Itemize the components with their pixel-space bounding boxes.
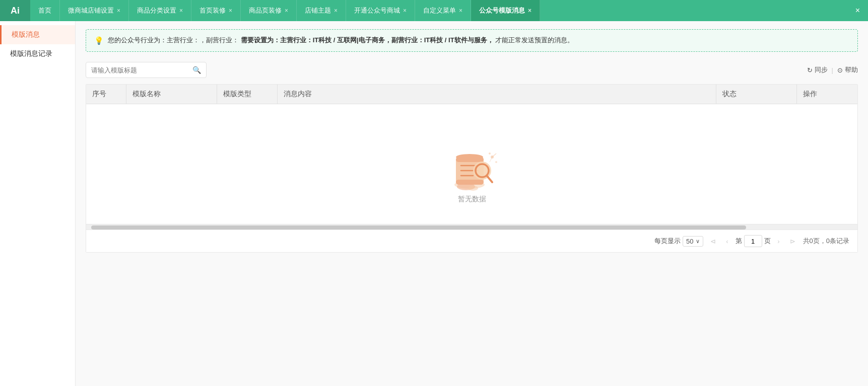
col-header-action: 操作 bbox=[797, 85, 857, 104]
sync-button[interactable]: ↻ 同步 bbox=[807, 65, 828, 74]
page-size-value: 50 bbox=[686, 238, 693, 245]
close-icon[interactable]: × bbox=[403, 7, 407, 14]
empty-state: 暂无数据 bbox=[86, 104, 857, 224]
nav-tab-label: 公众号模版消息 bbox=[479, 6, 525, 15]
sidebar-item-label: 模版消息记录 bbox=[10, 49, 52, 57]
pagination: 每页显示 50 ∨ ⊲ ‹ 第 页 › ⊳ bbox=[86, 230, 857, 252]
top-nav: Ai 首页 微商城店铺设置 × 商品分类设置 × 首页装修 × 商品页装修 × … bbox=[0, 0, 868, 21]
divider: | bbox=[832, 66, 833, 74]
page-size-select: 每页显示 50 ∨ bbox=[654, 236, 703, 247]
nav-tab-label: 店铺主题 bbox=[305, 6, 331, 15]
first-page-button[interactable]: ⊲ bbox=[707, 235, 719, 247]
nav-tab-label: 商品分类设置 bbox=[137, 6, 176, 15]
info-banner-text: 您的公众号行业为：主营行业：，副营行业： 需要设置为：主营行业：IT科技 / 互… bbox=[108, 36, 574, 45]
info-text-before: 您的公众号行业为：主营行业：，副营行业： bbox=[108, 36, 239, 44]
sidebar-item-template-msg[interactable]: 模版消息 bbox=[0, 25, 75, 44]
empty-text: 暂无数据 bbox=[458, 195, 486, 204]
col-header-type: 模版类型 bbox=[217, 85, 278, 104]
col-header-index: 序号 bbox=[86, 85, 126, 104]
svg-line-10 bbox=[487, 176, 492, 182]
nav-tab-home-deco[interactable]: 首页装修 × bbox=[191, 0, 241, 21]
close-icon[interactable]: × bbox=[179, 7, 183, 14]
nav-tab-label: 商品页装修 bbox=[249, 6, 282, 15]
sync-label: 同步 bbox=[815, 65, 828, 74]
nav-tab-custom-menu[interactable]: 自定义菜单 × bbox=[415, 0, 471, 21]
nav-tab-label: 开通公众号商城 bbox=[354, 6, 400, 15]
global-close-button[interactable]: × bbox=[847, 6, 868, 15]
info-banner: 💡 您的公众号行业为：主营行业：，副营行业： 需要设置为：主营行业：IT科技 /… bbox=[86, 29, 858, 52]
nav-tab-theme[interactable]: 店铺主题 × bbox=[297, 0, 346, 21]
next-page-button[interactable]: › bbox=[773, 235, 785, 247]
page-navigation: ⊲ ‹ 第 页 › ⊳ bbox=[707, 235, 799, 247]
search-input[interactable] bbox=[91, 66, 192, 74]
nav-tab-home[interactable]: 首页 bbox=[30, 0, 60, 21]
main-layout: 模版消息 模版消息记录 💡 您的公众号行业为：主营行业：，副营行业： 需要设置为… bbox=[0, 21, 868, 386]
close-icon[interactable]: × bbox=[117, 7, 120, 14]
sync-icon: ↻ bbox=[807, 66, 813, 74]
chevron-down-icon: ∨ bbox=[696, 238, 700, 245]
search-icon[interactable]: 🔍 bbox=[192, 66, 201, 74]
scrollbar-thumb[interactable] bbox=[91, 225, 746, 229]
svg-line-14 bbox=[492, 153, 496, 157]
help-icon: ⊙ bbox=[837, 66, 843, 74]
page-input-wrap bbox=[744, 235, 762, 247]
last-page-button[interactable]: ⊳ bbox=[787, 235, 799, 247]
search-input-wrap: 🔍 bbox=[86, 62, 207, 78]
close-icon[interactable]: × bbox=[334, 7, 338, 14]
help-label: 帮助 bbox=[845, 65, 858, 74]
close-icon[interactable]: × bbox=[229, 7, 232, 14]
sidebar: 模版消息 模版消息记录 bbox=[0, 21, 76, 386]
search-actions: ↻ 同步 | ⊙ 帮助 bbox=[807, 65, 858, 74]
content-area: 💡 您的公众号行业为：主营行业：，副营行业： 需要设置为：主营行业：IT科技 /… bbox=[76, 21, 868, 386]
close-icon[interactable]: × bbox=[528, 7, 531, 14]
close-icon[interactable]: × bbox=[285, 7, 288, 14]
nav-tab-product-deco[interactable]: 商品页装修 × bbox=[241, 0, 297, 21]
nav-tab-label: 自定义菜单 bbox=[423, 6, 456, 15]
nav-tab-label: 首页 bbox=[38, 6, 51, 15]
svg-point-17 bbox=[468, 186, 478, 191]
table-header: 序号 模版名称 模版类型 消息内容 状态 操作 bbox=[86, 85, 857, 104]
col-header-status: 状态 bbox=[716, 85, 797, 104]
sidebar-item-template-msg-records[interactable]: 模版消息记录 bbox=[0, 44, 75, 63]
info-text-highlight: 需要设置为：主营行业：IT科技 / 互联网|电子商务，副营行业：IT科技 / I… bbox=[241, 36, 494, 44]
col-header-content: 消息内容 bbox=[278, 85, 716, 104]
svg-point-12 bbox=[495, 161, 497, 163]
svg-point-13 bbox=[489, 152, 491, 155]
close-icon[interactable]: × bbox=[459, 7, 462, 14]
help-button[interactable]: ⊙ 帮助 bbox=[837, 65, 858, 74]
horizontal-scrollbar[interactable] bbox=[86, 224, 857, 230]
nav-tab-category[interactable]: 商品分类设置 × bbox=[129, 0, 191, 21]
prev-page-button[interactable]: ‹ bbox=[721, 235, 733, 247]
nav-tab-open-mall[interactable]: 开通公众号商城 × bbox=[346, 0, 415, 21]
total-info: 共0页，0条记录 bbox=[803, 237, 849, 246]
lightbulb-icon: 💡 bbox=[94, 36, 104, 45]
logo: Ai bbox=[0, 0, 30, 21]
sidebar-item-label: 模版消息 bbox=[12, 30, 40, 38]
page-number-input[interactable] bbox=[744, 235, 762, 247]
nav-tab-shop-settings[interactable]: 微商城店铺设置 × bbox=[60, 0, 129, 21]
nav-tab-label: 微商城店铺设置 bbox=[68, 6, 114, 15]
svg-point-4 bbox=[456, 154, 483, 160]
col-header-name: 模版名称 bbox=[126, 85, 217, 104]
data-table: 序号 模版名称 模版类型 消息内容 状态 操作 bbox=[86, 84, 858, 253]
page-size-dropdown[interactable]: 50 ∨ bbox=[683, 236, 703, 247]
nav-tab-template-msg[interactable]: 公众号模版消息 × bbox=[471, 0, 540, 21]
nav-tab-label: 首页装修 bbox=[199, 6, 226, 15]
search-bar: 🔍 ↻ 同步 | ⊙ 帮助 bbox=[86, 62, 858, 78]
page-prefix: 第 bbox=[736, 237, 742, 246]
page-unit: 页 bbox=[764, 237, 771, 246]
page-size-label: 每页显示 bbox=[654, 237, 681, 246]
empty-illustration bbox=[442, 134, 502, 195]
info-text-after: 才能正常发送预置的消息。 bbox=[495, 36, 574, 44]
